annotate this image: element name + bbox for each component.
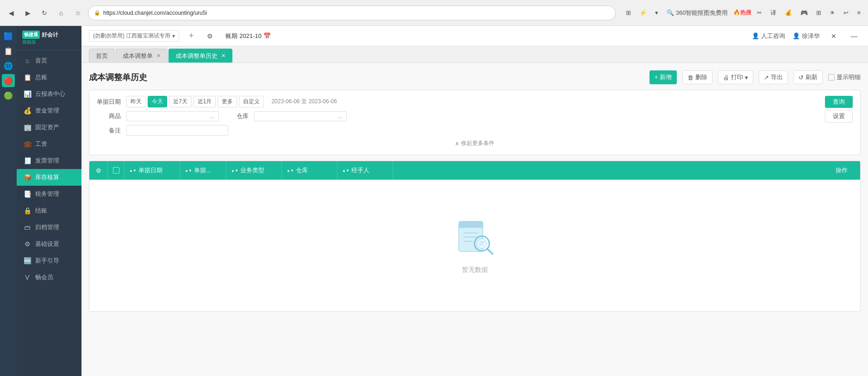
sidebar-item-cloud-report[interactable]: 📊 云报表中心 bbox=[17, 86, 81, 102]
address-bar[interactable]: 🔒 https://cloud.chanjet.com/accounting/u… bbox=[88, 6, 616, 20]
th-gear[interactable]: ⚙ bbox=[89, 161, 108, 180]
refresh-button[interactable]: ↺ 刷新 bbox=[793, 70, 823, 84]
main-content: 成本调整单历史 + 新增 🗑 删除 🖨 打印 ▾ ↗ 导出 bbox=[81, 63, 868, 376]
th-num[interactable]: ▲▼ 单据... bbox=[180, 161, 226, 180]
strip-item-5[interactable]: 🟢 bbox=[2, 89, 15, 102]
search-button[interactable]: 查询 bbox=[825, 96, 853, 108]
chevron-down-icon[interactable]: ▾ bbox=[652, 7, 661, 18]
sidebar-item-archive[interactable]: 🗃 归档管理 bbox=[17, 219, 81, 236]
sidebar-item-ledger-label: 总账 bbox=[35, 73, 47, 81]
setting-button[interactable]: 设置 bbox=[825, 110, 853, 123]
date-btn-1month[interactable]: 近1月 bbox=[194, 96, 216, 107]
warehouse-selector[interactable]: ... bbox=[254, 111, 347, 121]
th-operator[interactable]: ▲▼ 经手人 bbox=[337, 161, 393, 180]
th-biz-label: 业务类型 bbox=[240, 166, 264, 175]
th-biz-type[interactable]: ▲▼ 业务类型 bbox=[226, 161, 282, 180]
empty-illustration bbox=[452, 217, 498, 258]
app-edition: 旗舰版 bbox=[22, 39, 58, 45]
app-header: (勿删勿禁用) 江西服宝测试专用 ▾ + ⚙ 账期 2021-10 📅 👤 人工… bbox=[81, 26, 868, 46]
delete-button[interactable]: 🗑 删除 bbox=[682, 70, 712, 84]
sidebar-item-fund[interactable]: 💰 资金管理 bbox=[17, 102, 81, 119]
note-label: 备注 bbox=[97, 126, 121, 135]
refresh-label: 刷新 bbox=[806, 73, 818, 81]
tab-cost-adjust-close-icon[interactable]: ✕ bbox=[156, 53, 161, 59]
consult-button[interactable]: 👤 人工咨询 bbox=[752, 32, 785, 40]
sidebar-item-close[interactable]: 🔒 结账 bbox=[17, 202, 81, 219]
translate-icon[interactable]: 译 bbox=[768, 7, 779, 19]
print-label: 打印 bbox=[731, 73, 743, 81]
date-btn-more[interactable]: 更多 bbox=[218, 96, 237, 107]
salary-icon: 💼 bbox=[23, 140, 31, 148]
tab-cost-adjust[interactable]: 成本调整单 ✕ bbox=[116, 49, 168, 63]
settings-gear-button[interactable]: ⚙ bbox=[203, 30, 216, 43]
display-checkbox[interactable] bbox=[828, 74, 835, 81]
tab-cost-adjust-label: 成本调整单 bbox=[123, 52, 153, 60]
sidebar-item-invoice[interactable]: 🧾 发票管理 bbox=[17, 152, 81, 169]
goods-selector[interactable]: ... bbox=[126, 111, 219, 121]
home-button[interactable]: ⌂ bbox=[55, 6, 68, 19]
sidebar-header: 畅捷通 好会计 旗舰版 bbox=[17, 26, 81, 50]
select-all-checkbox[interactable] bbox=[113, 167, 119, 174]
undo-icon[interactable]: ↩ bbox=[841, 7, 851, 18]
export-icon: ↗ bbox=[764, 74, 769, 81]
apps-icon[interactable]: ⊞ bbox=[813, 7, 824, 18]
strip-item-4[interactable]: 🔴 bbox=[2, 74, 15, 87]
menu-icon[interactable]: ≡ bbox=[854, 7, 863, 18]
export-button[interactable]: ↗ 导出 bbox=[759, 70, 788, 84]
scissors-icon[interactable]: ✂ bbox=[754, 7, 765, 18]
th-date-label: 单据日期 bbox=[138, 166, 162, 175]
date-btn-today[interactable]: 今天 bbox=[148, 96, 167, 107]
sidebar-item-home[interactable]: ⌂ 首页 bbox=[17, 52, 81, 69]
window-minimize-button[interactable]: — bbox=[848, 30, 861, 43]
sidebar-item-inventory[interactable]: 📦 库存核算 bbox=[17, 169, 81, 186]
search-btn[interactable]: 🔍 360智能抠图免费用 bbox=[664, 7, 731, 19]
sidebar-item-guide[interactable]: 🆕 新手引导 bbox=[17, 252, 81, 269]
sidebar-item-tax[interactable]: 📑 税务管理 bbox=[17, 186, 81, 202]
th-op-arrows-icon: ▲▼ bbox=[342, 169, 350, 173]
th-check[interactable] bbox=[108, 161, 125, 180]
user-button[interactable]: 👤 徐泽华 bbox=[793, 32, 820, 40]
strip-item-3[interactable]: 🌐 bbox=[2, 59, 15, 72]
sidebar-item-fixed-assets[interactable]: 🏢 固定资产 bbox=[17, 119, 81, 136]
date-btn-7days[interactable]: 近7天 bbox=[169, 96, 192, 107]
sidebar-item-close-label: 结账 bbox=[35, 207, 47, 215]
note-input[interactable] bbox=[126, 125, 228, 136]
add-company-button[interactable]: + bbox=[185, 30, 198, 43]
tab-history-close-icon[interactable]: ✕ bbox=[221, 53, 225, 59]
grid-icon[interactable]: ⊞ bbox=[623, 7, 634, 18]
goods-label: 商品 bbox=[97, 112, 121, 120]
sidebar-item-settings[interactable]: ⚙ 基础设置 bbox=[17, 236, 81, 252]
collapse-btn[interactable]: ∧ 收起更多条件 bbox=[451, 138, 498, 149]
th-warehouse[interactable]: ▲▼ 仓库 bbox=[282, 161, 337, 180]
sidebar-item-salary[interactable]: 💼 工资 bbox=[17, 136, 81, 152]
tab-cost-adjust-history[interactable]: 成本调整单历史 ✕ bbox=[169, 49, 232, 63]
strip-item-1[interactable]: 🟦 bbox=[2, 30, 15, 43]
refresh-button[interactable]: ↻ bbox=[38, 6, 51, 19]
company-selector[interactable]: (勿删勿禁用) 江西服宝测试专用 ▾ bbox=[89, 30, 179, 42]
sidebar-item-general-ledger[interactable]: 📋 总账 bbox=[17, 69, 81, 86]
print-button[interactable]: 🖨 打印 ▾ bbox=[718, 70, 753, 84]
url-text: https://cloud.chanjet.com/accounting/uru… bbox=[103, 10, 207, 16]
window-close-button[interactable]: ✕ bbox=[827, 30, 840, 43]
date-btn-yesterday[interactable]: 昨天 bbox=[126, 96, 146, 107]
period-value: 2021-10 bbox=[239, 32, 262, 39]
sidebar-item-member[interactable]: V 畅会员 bbox=[17, 269, 81, 286]
strip-item-2[interactable]: 📋 bbox=[2, 44, 15, 57]
game-icon[interactable]: 🎮 bbox=[798, 7, 811, 18]
display-toggle[interactable]: 显示明细 bbox=[828, 73, 861, 81]
warehouse-more-icon: ... bbox=[338, 113, 343, 119]
brightness-icon[interactable]: ☀ bbox=[827, 7, 838, 18]
forward-button[interactable]: ▶ bbox=[21, 6, 34, 19]
th-num-label: 单据... bbox=[194, 166, 211, 175]
add-button[interactable]: + 新增 bbox=[649, 70, 677, 84]
app-name: 好会计 bbox=[42, 31, 58, 39]
th-date[interactable]: ▲▼ 单据日期 bbox=[125, 161, 180, 180]
back-button[interactable]: ◀ bbox=[5, 6, 18, 19]
wallet-icon[interactable]: 💰 bbox=[782, 7, 795, 18]
star-button[interactable]: ☆ bbox=[71, 6, 84, 19]
tab-home[interactable]: 首页 bbox=[89, 49, 115, 63]
bolt-icon[interactable]: ⚡ bbox=[637, 7, 649, 18]
date-btn-custom[interactable]: 自定义 bbox=[239, 96, 264, 107]
consult-icon: 👤 bbox=[752, 32, 759, 39]
date-buttons: 昨天 今天 近7天 近1月 更多 自定义 bbox=[126, 96, 264, 107]
